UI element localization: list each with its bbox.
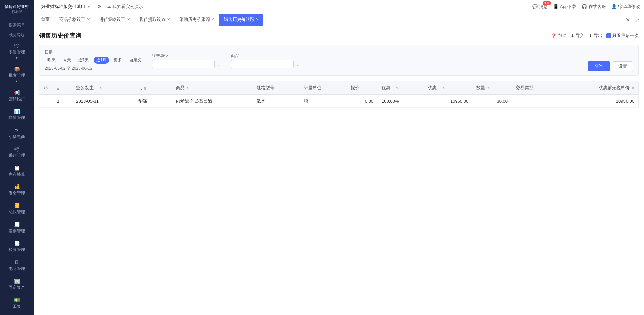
filter-area: 日期 昨天 今天 近7天 近1月 更多 自定义 2023-05-02 至 202… (39, 45, 639, 76)
tab-strategy[interactable]: 进价策略设置 ✕ (95, 14, 135, 26)
sidebar-logo: 畅捷通好业财 标准版 (0, 0, 34, 19)
table-col-spec: 规格型号 (253, 81, 300, 95)
demo-link[interactable]: ☁ 我要看实例演示 (107, 4, 143, 10)
topbar-right: 💬 消息 99+ 📱 App下载 🎧 在线客服 👤 徐泽华修改 (532, 4, 640, 10)
from-unit-input[interactable] (152, 60, 215, 68)
sidebar-item-ai[interactable]: 🤖 智能管理 (0, 313, 34, 315)
sidebar-item-retail[interactable]: 🛒 零售管理 ▼ (0, 39, 34, 63)
table-col-qty[interactable]: 数量 ⇅ (472, 81, 512, 95)
sidebar-search[interactable]: 搜索菜单 (0, 19, 34, 31)
sidebar-item-ecommerce[interactable]: 🖥 电商管理 (0, 256, 34, 275)
table-col-discount2[interactable]: 优惠... ⇅ (424, 81, 472, 95)
ecommerce-small-icon: 🛍 (14, 128, 19, 133)
topbar-gear-icon[interactable]: ⚙ (97, 4, 101, 10)
tab-sales-history[interactable]: 销售历史价跟踪 ✕ (219, 14, 263, 26)
sidebar-item-invoice[interactable]: 🧾 发票管理 (0, 218, 34, 237)
page-title: 销售历史价查询 (39, 32, 81, 40)
sidebar-item-marketing[interactable]: 📢 营销推广 (0, 86, 34, 105)
table-col-price: 报价 (347, 81, 378, 95)
sidebar-logo-title: 畅捷通好业财 (5, 4, 29, 10)
row-num: 1 (53, 95, 72, 108)
page-header: 销售历史价查询 ❓ 帮助 ⬇ 导入 ⬆ 导出 ✓ 只看最后一次 (39, 32, 639, 40)
sort-pretax-icon: ⇅ (632, 86, 634, 90)
sidebar-item-sales[interactable]: 📊 销售管理 (0, 105, 34, 124)
date-btn-1month[interactable]: 近1月 (94, 57, 109, 64)
import-button[interactable]: ⬇ 导入 (571, 33, 584, 39)
main-area: 好业财标准版交付试用 ▼ ⚙ ☁ 我要看实例演示 💬 消息 99+ 📱 App下… (34, 0, 644, 315)
tab-home[interactable]: 首页 (36, 14, 55, 26)
sidebar-item-purchase[interactable]: 🛒 采购管理 (0, 143, 34, 162)
assets-icon: 🏢 (14, 278, 20, 284)
date-btn-today[interactable]: 今天 (60, 57, 74, 64)
sidebar-item-wholesale[interactable]: 📦 批发管理 ▲ (0, 63, 34, 86)
query-button[interactable]: 查询 (588, 61, 610, 71)
filter-date: 日期 昨天 今天 近7天 近1月 更多 自定义 2023-05-02 至 202… (45, 49, 144, 71)
sidebar-quick-nav[interactable]: 快捷导航 (0, 31, 34, 39)
tab-price[interactable]: 商品价格设置 ✕ (55, 14, 95, 26)
sidebar-item-finance[interactable]: 💰 资金管理 (0, 181, 34, 200)
topbar: 好业财标准版交付试用 ▼ ⚙ ☁ 我要看实例演示 💬 消息 99+ 📱 App下… (34, 0, 644, 13)
sidebar-item-tax[interactable]: 📑 税务管理 (0, 237, 34, 256)
table-col-more[interactable]: ... ⇅ (134, 81, 172, 95)
row-trade-type (512, 95, 559, 108)
table-col-gear[interactable]: ⚙ (39, 81, 53, 95)
marketing-icon: 📢 (14, 90, 20, 95)
settings-button[interactable]: 设置 (613, 61, 633, 71)
help-button[interactable]: ❓ 帮助 (551, 33, 567, 39)
tab-strategy-close[interactable]: ✕ (127, 17, 130, 22)
export-button[interactable]: ⬆ 导出 (588, 33, 602, 39)
retail-icon: 🛒 (14, 43, 20, 48)
table-col-trade-type: 交易类型 (512, 81, 559, 95)
from-unit-more[interactable]: ... (217, 62, 223, 67)
tab-purchase-history[interactable]: 采购历史价跟踪 ✕ (175, 14, 219, 26)
table-row[interactable]: 1 2023-05-31 华迩... 丙烯酸-2-乙基己酯 散水 吨 0.00 … (39, 95, 638, 108)
sort-discount2-icon: ⇅ (442, 86, 445, 90)
tab-sale-price-close[interactable]: ✕ (167, 17, 170, 22)
table-body: 1 2023-05-31 华迩... 丙烯酸-2-乙基己酯 散水 吨 0.00 … (39, 95, 638, 108)
row-spec: 散水 (253, 95, 300, 108)
message-button[interactable]: 💬 消息 99+ (532, 4, 548, 10)
data-table: ⚙ # 业务发生... ⇅ ... ⇅ 商品 ⇅ (39, 81, 638, 108)
row-price: 0.00 (347, 95, 378, 108)
table-col-date[interactable]: 业务发生... ⇅ (72, 81, 134, 95)
tab-purchase-history-close[interactable]: ✕ (211, 17, 214, 22)
import-icon: ⬇ (571, 33, 574, 38)
table-col-discount1[interactable]: 优惠... ⇅ (378, 81, 424, 95)
from-unit-control: ... (152, 60, 223, 68)
chevron-down-icon: ▼ (87, 5, 91, 8)
filter-product: 商品 ... (231, 53, 302, 68)
checkbox-icon: ✓ (606, 33, 611, 38)
online-service-button[interactable]: 🎧 在线客服 (582, 4, 606, 10)
tab-sales-history-close[interactable]: ✕ (256, 17, 259, 22)
close-panel-icon[interactable]: ✕ (623, 16, 632, 24)
table-header: ⚙ # 业务发生... ⇅ ... ⇅ 商品 ⇅ (39, 81, 638, 95)
sidebar-item-inventory[interactable]: 📋 库存核算 (0, 162, 34, 181)
tab-sale-price[interactable]: 售价提取设置 ✕ (135, 14, 175, 26)
tabs-controls: ✕ ⤢ (623, 16, 641, 24)
row-qty: 30.00 (472, 95, 512, 108)
expand-panel-icon[interactable]: ⤢ (633, 16, 641, 23)
sort-product-icon: ⇅ (186, 86, 189, 90)
sales-icon: 📊 (14, 109, 20, 114)
date-btn-custom[interactable]: 自定义 (127, 57, 144, 64)
sidebar-item-general[interactable]: 📒 总账管理 (0, 200, 34, 218)
payroll-icon: 💵 (14, 297, 20, 303)
date-btn-more[interactable]: 更多 (111, 57, 124, 64)
app-download-button[interactable]: 📱 App下载 (553, 4, 576, 10)
version-selector[interactable]: 好业财标准版交付试用 ▼ (38, 2, 94, 11)
table-col-product[interactable]: 商品 ⇅ (172, 81, 253, 95)
product-more[interactable]: ... (296, 62, 302, 67)
invoice-icon: 🧾 (14, 222, 20, 227)
sidebar-item-assets[interactable]: 🏢 固定资产 (0, 275, 34, 294)
date-btn-7days[interactable]: 近7天 (76, 57, 92, 64)
product-input[interactable] (231, 60, 294, 68)
row-more: 华迩... (134, 95, 172, 108)
date-btn-yesterday[interactable]: 昨天 (45, 57, 58, 64)
tab-price-close[interactable]: ✕ (87, 17, 90, 22)
sidebar-item-ecommerce-small[interactable]: 🛍 小畅电商 (0, 124, 34, 143)
help-icon: ❓ (551, 33, 557, 38)
user-profile-button[interactable]: 👤 徐泽华修改 (611, 4, 640, 10)
table-col-pretax-price[interactable]: 优惠前无税单价 ⇅ (559, 81, 638, 95)
sidebar-item-payroll[interactable]: 💵 工资 (0, 294, 34, 313)
only-last-checkbox[interactable]: ✓ 只看最后一次 (606, 33, 639, 39)
